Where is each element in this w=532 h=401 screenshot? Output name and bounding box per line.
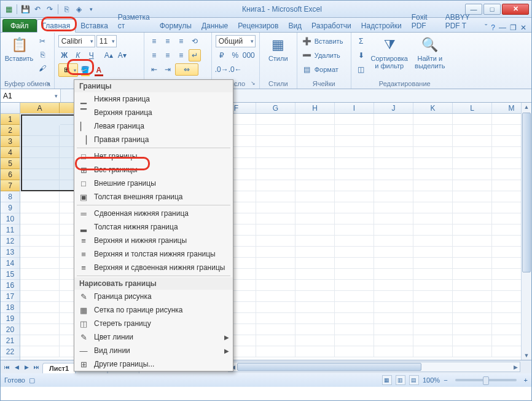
cell[interactable] bbox=[256, 346, 295, 357]
cell[interactable] bbox=[413, 224, 453, 235]
select-all-corner[interactable] bbox=[1, 103, 20, 113]
cell[interactable] bbox=[295, 258, 335, 268]
row-header[interactable]: 11 bbox=[1, 224, 20, 236]
cell[interactable] bbox=[374, 136, 413, 146]
tab-formulas[interactable]: Формулы bbox=[155, 20, 197, 32]
cell[interactable] bbox=[295, 213, 335, 224]
cell[interactable] bbox=[413, 247, 453, 257]
cell[interactable] bbox=[335, 158, 374, 169]
scroll-up-icon[interactable]: ▲ bbox=[522, 103, 531, 111]
row-header[interactable]: 18 bbox=[1, 302, 20, 313]
cell[interactable] bbox=[413, 313, 453, 324]
workbook-restore-icon[interactable]: ❐ bbox=[510, 23, 517, 32]
borders-menu-item[interactable]: □Внешние границы bbox=[74, 177, 233, 190]
name-box[interactable]: A1 bbox=[1, 89, 61, 102]
align-left-icon[interactable]: ≡ bbox=[148, 49, 160, 62]
cell[interactable] bbox=[256, 202, 295, 213]
row-header[interactable]: 16 bbox=[1, 280, 20, 291]
row-header[interactable]: 7 bbox=[1, 180, 20, 191]
cell[interactable] bbox=[256, 313, 295, 324]
cell[interactable] bbox=[256, 191, 295, 202]
sort-filter-button[interactable]: ⧩ Сортировка и фильтр bbox=[370, 35, 409, 69]
qat-item-icon[interactable]: ⎘ bbox=[61, 4, 72, 15]
cell[interactable] bbox=[374, 324, 413, 335]
cell[interactable] bbox=[256, 302, 295, 312]
format-painter-icon[interactable]: 🖌 bbox=[36, 62, 49, 74]
cell[interactable] bbox=[374, 247, 413, 257]
qat-item-icon[interactable]: ◈ bbox=[73, 4, 84, 15]
cell[interactable] bbox=[335, 191, 374, 202]
align-center-icon[interactable]: ≡ bbox=[162, 49, 174, 62]
cell[interactable] bbox=[256, 169, 295, 180]
horizontal-scrollbar[interactable]: ◀ ▶ bbox=[228, 362, 520, 372]
cell[interactable] bbox=[335, 136, 374, 146]
cell[interactable] bbox=[20, 213, 60, 224]
cell[interactable] bbox=[453, 324, 492, 335]
align-top-icon[interactable]: ≡ bbox=[148, 35, 160, 47]
cell[interactable] bbox=[413, 147, 453, 157]
tab-file[interactable]: Файл bbox=[2, 19, 37, 32]
cell[interactable] bbox=[20, 125, 60, 135]
row-header[interactable]: 5 bbox=[1, 158, 20, 169]
zoom-out-icon[interactable]: − bbox=[444, 376, 447, 384]
hscroll-thumb[interactable] bbox=[237, 363, 421, 371]
cell[interactable] bbox=[256, 247, 295, 257]
cell[interactable] bbox=[374, 191, 413, 202]
cell[interactable] bbox=[295, 180, 335, 191]
cell[interactable] bbox=[335, 224, 374, 235]
cell[interactable] bbox=[295, 313, 335, 324]
cell[interactable] bbox=[295, 169, 335, 180]
cell[interactable] bbox=[335, 313, 374, 324]
close-button[interactable]: ✕ bbox=[502, 4, 529, 15]
fill-color-icon[interactable]: 🪣 bbox=[79, 64, 92, 76]
cell[interactable] bbox=[374, 236, 413, 246]
redo-icon[interactable]: ↷ bbox=[44, 4, 55, 15]
column-header[interactable]: A bbox=[20, 103, 60, 113]
row-header[interactable]: 9 bbox=[1, 202, 20, 213]
borders-menu-item[interactable]: ▏Левая граница bbox=[74, 119, 233, 133]
align-right-icon[interactable]: ≡ bbox=[175, 49, 187, 62]
tab-abbyy[interactable]: ABBYY PDF T bbox=[440, 11, 485, 32]
find-select-button[interactable]: 🔍 Найти и выделить bbox=[412, 35, 448, 69]
cell[interactable] bbox=[256, 136, 295, 146]
font-color-icon[interactable]: A bbox=[93, 64, 105, 76]
cell[interactable] bbox=[256, 224, 295, 235]
cell[interactable] bbox=[20, 136, 60, 146]
row-header[interactable]: 1 bbox=[1, 114, 20, 125]
number-format-combo[interactable]: Общий bbox=[216, 35, 256, 47]
maximize-button[interactable]: □ bbox=[483, 4, 501, 15]
cell[interactable] bbox=[453, 269, 492, 279]
cell[interactable] bbox=[256, 147, 295, 157]
row-header[interactable]: 17 bbox=[1, 291, 20, 302]
cell[interactable] bbox=[256, 125, 295, 135]
sheet-nav-first-icon[interactable]: ⏮ bbox=[2, 362, 12, 372]
save-icon[interactable]: 💾 bbox=[20, 4, 31, 15]
borders-menu-item[interactable]: ▁Нижняя граница bbox=[74, 92, 233, 106]
cell[interactable] bbox=[374, 114, 413, 124]
scroll-down-icon[interactable]: ▼ bbox=[522, 351, 531, 360]
cell[interactable] bbox=[374, 302, 413, 312]
cell[interactable] bbox=[453, 158, 492, 169]
zoom-slider[interactable] bbox=[455, 379, 517, 381]
cell[interactable] bbox=[295, 158, 335, 169]
cell[interactable] bbox=[20, 147, 60, 157]
cell[interactable] bbox=[453, 313, 492, 324]
cell[interactable] bbox=[413, 169, 453, 180]
cell[interactable] bbox=[335, 202, 374, 213]
vertical-scrollbar[interactable]: ▲ ▼ bbox=[521, 103, 531, 360]
cell[interactable] bbox=[374, 125, 413, 135]
cell[interactable] bbox=[256, 269, 295, 279]
cell[interactable] bbox=[256, 158, 295, 169]
row-header[interactable]: 22 bbox=[1, 346, 20, 357]
cell[interactable] bbox=[453, 346, 492, 357]
cell[interactable] bbox=[295, 247, 335, 257]
cell[interactable] bbox=[335, 324, 374, 335]
decrease-indent-icon[interactable]: ⇤ bbox=[148, 63, 160, 76]
styles-button[interactable]: ▦ Стили bbox=[264, 35, 293, 62]
cell[interactable] bbox=[453, 114, 492, 124]
borders-menu-item[interactable]: ⊞Другие границы... bbox=[74, 357, 233, 371]
tab-data[interactable]: Данные bbox=[197, 20, 233, 32]
orientation-icon[interactable]: ⟲ bbox=[189, 35, 201, 47]
cell[interactable] bbox=[20, 236, 60, 246]
cell[interactable] bbox=[374, 269, 413, 279]
